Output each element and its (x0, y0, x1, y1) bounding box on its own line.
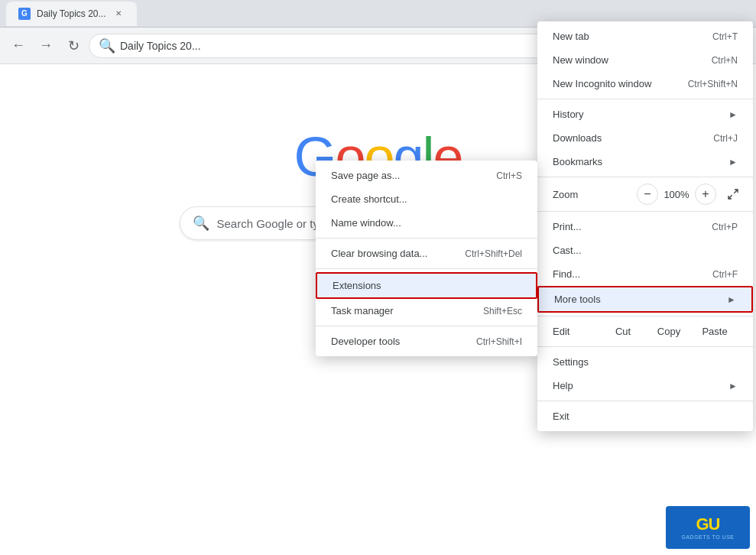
menu-item-bookmarks-arrow: ► (728, 157, 738, 167)
divider-3 (537, 211, 753, 212)
menu-item-cast[interactable]: Cast... (537, 239, 753, 262)
submenu-task-manager[interactable]: Task manager Shift+Esc (316, 299, 537, 323)
zoom-fullscreen-button[interactable] (722, 183, 744, 205)
submenu-name-window[interactable]: Name window... (316, 211, 537, 235)
menu-item-settings[interactable]: Settings (537, 350, 753, 374)
menu-item-help[interactable]: Help ► (537, 374, 753, 398)
submenu-create-shortcut-label: Create shortcut... (331, 193, 407, 205)
edit-row: Edit Cut Copy Paste (537, 320, 753, 343)
more-tools-submenu: Save page as... Ctrl+S Create shortcut..… (316, 161, 537, 356)
submenu-divider-2 (316, 268, 537, 269)
menu-item-history-arrow: ► (728, 109, 738, 120)
zoom-plus-button[interactable]: + (695, 183, 716, 205)
menu-item-more-tools-arrow: ► (727, 294, 736, 305)
address-search-icon: 🔍 (99, 37, 115, 54)
submenu-divider-1 (316, 238, 537, 239)
submenu-create-shortcut[interactable]: Create shortcut... (316, 187, 537, 211)
submenu-clear-browsing-label: Clear browsing data... (331, 248, 427, 259)
menu-item-help-label: Help (553, 380, 573, 391)
reload-button[interactable]: ↻ (61, 34, 86, 58)
submenu-save-page-label: Save page as... (331, 170, 400, 181)
submenu-developer-tools-label: Developer tools (331, 336, 400, 347)
divider-4 (537, 316, 753, 316)
submenu-save-page-shortcut: Ctrl+S (496, 170, 522, 181)
menu-item-new-window[interactable]: New window Ctrl+N (537, 48, 753, 72)
divider-6 (537, 401, 753, 401)
menu-item-new-tab[interactable]: New tab Ctrl+T (537, 24, 753, 48)
menu-item-print-label: Print... (553, 221, 582, 232)
tab-close-button[interactable]: ✕ (112, 8, 125, 20)
submenu-divider-3 (316, 326, 537, 326)
menu-item-bookmarks-label: Bookmarks (553, 156, 602, 167)
menu-item-cast-label: Cast... (553, 245, 582, 256)
address-text: Daily Topics 20... (120, 40, 201, 52)
submenu-save-page[interactable]: Save page as... Ctrl+S (316, 164, 537, 187)
watermark: GU GADGETS TO USE (666, 506, 750, 549)
menu-item-downloads-shortcut: Ctrl+J (713, 133, 738, 144)
divider-1 (537, 99, 753, 99)
menu-item-exit-label: Exit (553, 411, 569, 422)
submenu-name-window-label: Name window... (331, 217, 401, 229)
menu-item-find[interactable]: Find... Ctrl+F (537, 262, 753, 286)
watermark-g: G (696, 514, 708, 534)
submenu-developer-tools-shortcut: Ctrl+Shift+I (476, 336, 522, 347)
watermark-logo: GU (696, 516, 719, 533)
menu-item-help-arrow: ► (728, 381, 738, 391)
menu-item-history-label: History (553, 109, 583, 120)
menu-item-find-shortcut: Ctrl+F (712, 269, 738, 280)
submenu-clear-browsing-shortcut: Ctrl+Shift+Del (465, 248, 522, 259)
menu-item-downloads-label: Downloads (553, 132, 602, 144)
menu-item-downloads[interactable]: Downloads Ctrl+J (537, 126, 753, 150)
divider-2 (537, 177, 753, 177)
submenu-extensions-label: Extensions (333, 280, 381, 291)
zoom-label: Zoom (547, 189, 634, 200)
menu-item-incognito[interactable]: New Incognito window Ctrl+Shift+N (537, 72, 753, 96)
tab-title: Daily Topics 20... (37, 8, 106, 19)
menu-item-find-label: Find... (553, 268, 580, 280)
cut-button[interactable]: Cut (600, 323, 646, 340)
svg-line-5 (728, 195, 732, 199)
menu-item-history[interactable]: History ► (537, 102, 753, 126)
submenu-clear-browsing[interactable]: Clear browsing data... Ctrl+Shift+Del (316, 242, 537, 265)
submenu-task-manager-label: Task manager (331, 305, 394, 316)
zoom-minus-button[interactable]: − (637, 183, 658, 205)
menu-item-print[interactable]: Print... Ctrl+P (537, 215, 753, 239)
divider-5 (537, 346, 753, 347)
copy-button[interactable]: Copy (646, 323, 692, 340)
back-button[interactable]: ← (6, 34, 31, 58)
tab-favicon: G (18, 8, 31, 20)
menu-item-exit[interactable]: Exit (537, 404, 753, 428)
main-dropdown-menu: New tab Ctrl+T New window Ctrl+N New Inc… (537, 21, 753, 431)
zoom-value: 100% (661, 189, 692, 200)
zoom-row: Zoom − 100% + (537, 180, 753, 208)
edit-label: Edit (553, 326, 600, 337)
address-bar[interactable]: 🔍 Daily Topics 20... (89, 34, 588, 58)
menu-item-incognito-shortcut: Ctrl+Shift+N (688, 79, 738, 89)
submenu-task-manager-shortcut: Shift+Esc (483, 306, 522, 316)
menu-item-new-window-label: New window (553, 54, 608, 66)
active-tab[interactable]: G Daily Topics 20... ✕ (6, 2, 137, 26)
menu-item-settings-label: Settings (553, 356, 589, 368)
menu-item-incognito-label: New Incognito window (553, 78, 651, 89)
menu-item-new-tab-label: New tab (553, 31, 589, 42)
watermark-u: U (709, 514, 720, 534)
menu-item-new-window-shortcut: Ctrl+N (712, 55, 738, 66)
menu-item-print-shortcut: Ctrl+P (712, 222, 738, 232)
submenu-extensions[interactable]: Extensions (316, 272, 537, 299)
menu-item-more-tools[interactable]: More tools ► (537, 286, 753, 313)
search-icon: 🔍 (193, 215, 209, 232)
svg-line-4 (734, 190, 738, 193)
menu-item-bookmarks[interactable]: Bookmarks ► (537, 150, 753, 174)
paste-button[interactable]: Paste (692, 323, 738, 340)
watermark-text: GADGETS TO USE (682, 534, 735, 540)
submenu-developer-tools[interactable]: Developer tools Ctrl+Shift+I (316, 329, 537, 353)
menu-item-new-tab-shortcut: Ctrl+T (712, 31, 738, 42)
menu-item-more-tools-label: More tools (554, 294, 601, 305)
forward-button[interactable]: → (34, 34, 58, 58)
